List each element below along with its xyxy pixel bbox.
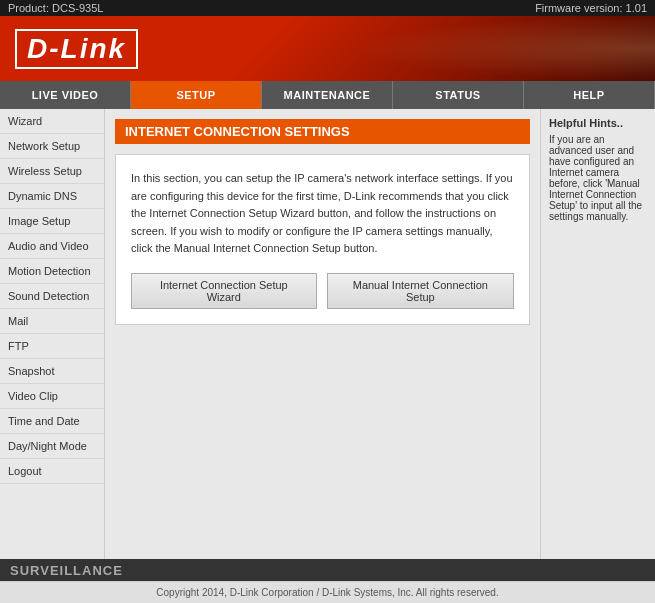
hints-title: Helpful Hints.. — [549, 117, 647, 129]
copyright-bar: Copyright 2014, D-Link Corporation / D-L… — [0, 581, 655, 603]
sidebar-item-wizard[interactable]: Wizard — [0, 109, 104, 134]
product-label: Product: DCS-935L — [8, 2, 103, 14]
nav-status[interactable]: STATUS — [393, 81, 524, 109]
description-text: In this section, you can setup the IP ca… — [131, 170, 514, 258]
sidebar-item-wireless-setup[interactable]: Wireless Setup — [0, 159, 104, 184]
sidebar-item-video-clip[interactable]: Video Clip — [0, 384, 104, 409]
hints-text: If you are an advanced user and have con… — [549, 134, 647, 222]
copyright-text: Copyright 2014, D-Link Corporation / D-L… — [156, 587, 498, 598]
sidebar-item-logout[interactable]: Logout — [0, 459, 104, 484]
hints-panel: Helpful Hints.. If you are an advanced u… — [540, 109, 655, 559]
surveillance-bar: SURVEILLANCE — [0, 559, 655, 581]
button-group: Internet Connection Setup Wizard Manual … — [131, 273, 514, 309]
sidebar-item-mail[interactable]: Mail — [0, 309, 104, 334]
top-bar: Product: DCS-935L Firmware version: 1.01 — [0, 0, 655, 16]
sidebar-item-time-and-date[interactable]: Time and Date — [0, 409, 104, 434]
sidebar-item-motion-detection[interactable]: Motion Detection — [0, 259, 104, 284]
main-layout: Wizard Network Setup Wireless Setup Dyna… — [0, 109, 655, 559]
nav-setup[interactable]: SETUP — [131, 81, 262, 109]
surveillance-label: SURVEILLANCE — [10, 563, 123, 578]
sidebar-item-image-setup[interactable]: Image Setup — [0, 209, 104, 234]
content-area: INTERNET CONNECTION SETTINGS In this sec… — [105, 109, 655, 559]
manual-button[interactable]: Manual Internet Connection Setup — [327, 273, 514, 309]
sidebar-item-dynamic-dns[interactable]: Dynamic DNS — [0, 184, 104, 209]
sidebar: Wizard Network Setup Wireless Setup Dyna… — [0, 109, 105, 559]
sidebar-item-snapshot[interactable]: Snapshot — [0, 359, 104, 384]
nav-bar: LIVE VIDEO SETUP MAINTENANCE STATUS HELP — [0, 81, 655, 109]
sidebar-item-network-setup[interactable]: Network Setup — [0, 134, 104, 159]
sidebar-item-sound-detection[interactable]: Sound Detection — [0, 284, 104, 309]
sidebar-item-audio-and-video[interactable]: Audio and Video — [0, 234, 104, 259]
section-title: INTERNET CONNECTION SETTINGS — [115, 119, 530, 144]
firmware-label: Firmware version: 1.01 — [535, 2, 647, 14]
nav-live-video[interactable]: LIVE VIDEO — [0, 81, 131, 109]
dlink-logo: D-Link — [15, 29, 138, 69]
main-content: INTERNET CONNECTION SETTINGS In this sec… — [105, 109, 540, 559]
sidebar-item-day-night-mode[interactable]: Day/Night Mode — [0, 434, 104, 459]
wizard-button[interactable]: Internet Connection Setup Wizard — [131, 273, 317, 309]
header: D-Link — [0, 16, 655, 81]
sidebar-item-ftp[interactable]: FTP — [0, 334, 104, 359]
nav-maintenance[interactable]: MAINTENANCE — [262, 81, 393, 109]
nav-help[interactable]: HELP — [524, 81, 655, 109]
content-box: In this section, you can setup the IP ca… — [115, 154, 530, 325]
